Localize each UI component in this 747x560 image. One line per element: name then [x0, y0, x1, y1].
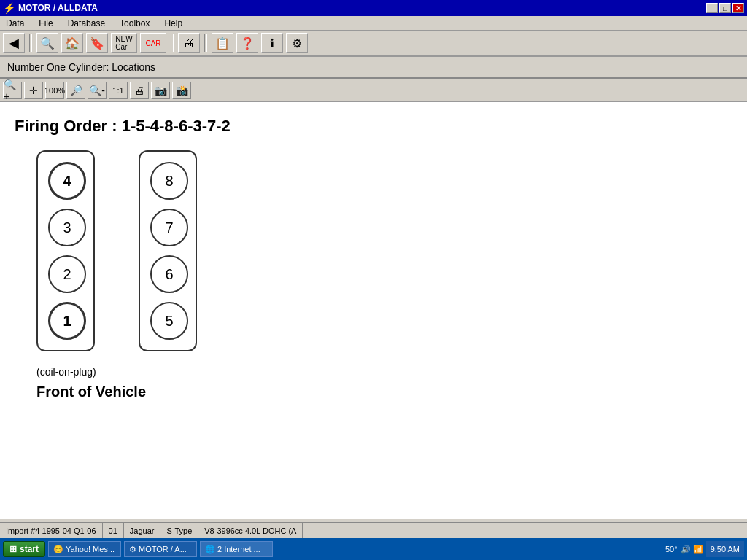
home-button[interactable]: 🏠 — [61, 33, 83, 53]
cylinder-diagram: 4 3 2 1 8 7 6 5 — [36, 150, 732, 351]
title-bar: ⚡ MOTOR / ALLDATA _ □ ✕ — [0, 0, 747, 16]
cylinder-8: 8 — [150, 162, 188, 200]
title-text: MOTOR / ALLDATA — [18, 3, 98, 13]
app-icon: ⚡ — [3, 2, 15, 14]
cylinder-3: 3 — [48, 209, 86, 246]
print-zoom-button[interactable]: 🖨 — [130, 82, 149, 99]
cylinder-4: 4 — [48, 162, 86, 200]
zoom-toolbar: 🔍+ ✛ 100% 🔎 🔍- 1:1 🖨 📷 📸 — [0, 79, 747, 102]
cylinder-7: 7 — [150, 209, 188, 246]
yahoo-label: Yahoo! Mes... — [66, 545, 115, 553]
taskbar: ⊞ start 😊 Yahoo! Mes... ⚙ MOTOR / A... 🌐… — [0, 538, 747, 560]
menu-bar: Data File Database Toolbox Help — [0, 16, 747, 31]
taskbar-right: 50° 🔊 📶 9:50 AM — [665, 541, 744, 557]
firing-order-value: 1-5-4-8-6-3-7-2 — [122, 117, 231, 135]
cylinder-5: 5 — [150, 302, 188, 340]
menu-toolbox[interactable]: Toolbox — [117, 18, 152, 28]
motor-label: MOTOR / A... — [139, 545, 187, 553]
system-icons: 🔊 📶 — [681, 545, 703, 554]
print-button[interactable]: 🖨 — [178, 33, 200, 53]
coil-note: (coil-on-plug) — [36, 366, 732, 378]
yahoo-icon: 😊 — [53, 545, 63, 554]
cylinder-1: 1 — [48, 302, 86, 340]
breadcrumb-bar: Number One Cylinder: Locations — [0, 57, 747, 79]
temp-display: 50° — [665, 545, 678, 553]
status-engine: V8-3996cc 4.0L DOHC (A — [198, 523, 303, 538]
firing-order-label: Firing Order : — [15, 117, 122, 135]
menu-database[interactable]: Database — [65, 18, 108, 28]
internet-icon: 🌐 — [205, 545, 215, 554]
left-cylinder-bank: 4 3 2 1 — [36, 150, 95, 351]
window-controls: _ □ ✕ — [706, 3, 744, 13]
main-content: Firing Order : 1-5-4-8-6-3-7-2 4 3 2 1 8… — [0, 102, 747, 519]
status-import: Import #4 1995-04 Q1-06 — [0, 523, 103, 538]
toolbar-separator — [29, 34, 32, 52]
help-button[interactable]: ❓ — [236, 33, 258, 53]
close-button[interactable]: ✕ — [732, 3, 744, 13]
taskbar-item-motor[interactable]: ⚙ MOTOR / A... — [124, 541, 197, 557]
toolbar-separator-2 — [171, 34, 174, 52]
front-label: Front of Vehicle — [36, 384, 732, 400]
status-num: 01 — [103, 523, 124, 538]
screenshot-button[interactable]: 📸 — [172, 82, 191, 99]
zoom-area-button[interactable]: 🔎 — [66, 82, 85, 99]
cylinder-6: 6 — [150, 255, 188, 293]
menu-file[interactable]: File — [36, 18, 55, 28]
right-cylinder-bank: 8 7 6 5 — [139, 150, 197, 351]
status-make: Jaguar — [124, 523, 161, 538]
fit-button[interactable]: 100% — [45, 82, 64, 99]
start-button[interactable]: ⊞ start — [3, 541, 45, 557]
internet-label: 2 Internet ... — [217, 545, 260, 553]
notes-button[interactable]: 📋 — [212, 33, 233, 53]
back-button[interactable]: ◀ — [3, 33, 25, 53]
menu-data[interactable]: Data — [3, 18, 27, 28]
actual-size-button[interactable]: 1:1 — [109, 82, 128, 99]
firing-order-title: Firing Order : 1-5-4-8-6-3-7-2 — [15, 117, 732, 136]
taskbar-item-yahoo[interactable]: 😊 Yahoo! Mes... — [48, 541, 121, 557]
pan-button[interactable]: ✛ — [24, 82, 43, 99]
main-toolbar: ◀ 🔍 🏠 🔖 NEWCar CAR 🖨 📋 ❓ ℹ ⚙ — [0, 31, 747, 57]
cylinder-2: 2 — [48, 255, 86, 293]
clock: 9:50 AM — [706, 541, 744, 557]
menu-help[interactable]: Help — [161, 18, 185, 28]
zoom-in-button[interactable]: 🔍+ — [3, 82, 22, 99]
camera-button[interactable]: 📷 — [151, 82, 170, 99]
status-model: S-Type — [160, 523, 198, 538]
info-button[interactable]: ℹ — [261, 33, 283, 53]
new-car-button[interactable]: NEWCar — [111, 33, 137, 53]
bookmark-button[interactable]: 🔖 — [86, 33, 108, 53]
taskbar-item-internet[interactable]: 🌐 2 Internet ... — [200, 541, 273, 557]
search-button[interactable]: 🔍 — [36, 33, 58, 53]
minimize-button[interactable]: _ — [706, 3, 718, 13]
windows-icon: ⊞ — [9, 544, 17, 554]
breadcrumb-text: Number One Cylinder: Locations — [7, 61, 155, 73]
settings-button[interactable]: ⚙ — [286, 33, 308, 53]
used-car-button[interactable]: CAR — [140, 33, 166, 53]
toolbar-separator-3 — [204, 34, 207, 52]
zoom-out-button[interactable]: 🔍- — [88, 82, 107, 99]
motor-icon: ⚙ — [129, 545, 136, 554]
status-bar: Import #4 1995-04 Q1-06 01 Jaguar S-Type… — [0, 522, 747, 538]
maximize-button[interactable]: □ — [719, 3, 731, 13]
start-label: start — [20, 544, 39, 554]
